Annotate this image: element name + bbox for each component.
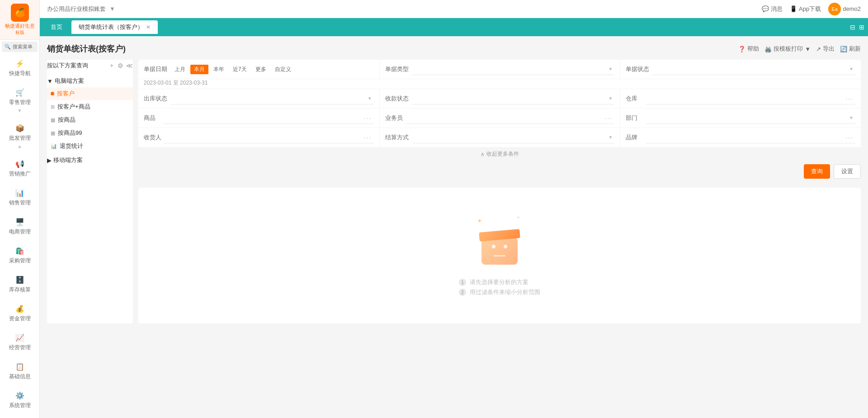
active-indicator [51, 92, 54, 95]
step-1-text: 请先选择要分析的方案 [470, 278, 528, 286]
refresh-button[interactable]: 🔄 刷新 [840, 45, 861, 53]
message-button[interactable]: 💬 消息 [762, 5, 783, 13]
scheme-settings-icon[interactable]: ⚙ [118, 62, 123, 69]
user-menu[interactable]: Ea demo2 [828, 3, 861, 15]
brand-input[interactable]: ··· [646, 132, 855, 143]
scheme-panel-header: 按以下方案查询 ＋ ⚙ ≪ [47, 60, 133, 73]
sidebar-item-sales[interactable]: 📊 销售管理 [0, 183, 39, 212]
salesman-dots: ··· [605, 114, 613, 122]
tab-close-button[interactable]: ✕ [146, 24, 151, 30]
search-icon: 🔍 [5, 44, 11, 50]
print-icon: 🖨️ [764, 46, 772, 52]
message-icon: 💬 [762, 5, 769, 12]
payment-input[interactable]: ▼ [412, 132, 615, 143]
query-button[interactable]: 查询 [804, 164, 830, 179]
scheme-group-desktop-title[interactable]: ▼ 电脑端方案 [47, 75, 133, 87]
recipient-label: 收货人 [144, 133, 162, 142]
refresh-icon: 🔄 [840, 46, 847, 52]
date-btn-this-month[interactable]: 本月 [190, 65, 208, 74]
logo-icon: 🍊 [11, 4, 29, 22]
export-icon: ↗ [816, 46, 821, 52]
scheme-item-by-goods[interactable]: ▦ 按商品 [47, 114, 133, 126]
salesman-input[interactable]: ··· [405, 112, 615, 124]
scheme-item-by-customer-goods[interactable]: ⊞ 按客户+商品 [47, 100, 133, 113]
filter-cell-status: 单据状态 ▼ [620, 60, 861, 79]
recipient-input[interactable]: ··· [164, 132, 374, 143]
wholesale-label: 批发管理 [9, 134, 31, 142]
logo-subtitle: 标版 [15, 29, 24, 36]
department-label: 部门 [626, 114, 644, 122]
date-btn-7days[interactable]: 近7天 [229, 65, 250, 74]
sidebar-item-quicknav[interactable]: ⚡ 快捷导航 [0, 54, 39, 83]
date-btn-more[interactable]: 更多 [252, 65, 270, 74]
sidebar-item-operations[interactable]: 📈 经营管理 [0, 328, 39, 357]
receipt-status-label: 收款状态 [385, 95, 410, 103]
status-input[interactable]: ▼ [652, 63, 855, 75]
empty-illustration: ✦ ✦ [472, 215, 527, 269]
search-menu-item[interactable]: 🔍 搜索菜单 [2, 42, 38, 52]
sidebar-item-enterprise[interactable]: 🏢 企业协同 [0, 415, 39, 418]
date-btn-custom[interactable]: 自定义 [271, 65, 295, 74]
goods-input[interactable]: ··· [164, 112, 374, 124]
sidebar-item-finance[interactable]: 💰 资金管理 [0, 299, 39, 328]
quicknav-icon: ⚡ [15, 59, 24, 68]
sidebar-item-basics[interactable]: 📋 基础信息 [0, 357, 39, 386]
salesman-label: 业务员 [385, 114, 403, 122]
scheme-item-refund[interactable]: 📊 退货统计 [47, 140, 133, 152]
app-download-button[interactable]: 📱 App下载 [790, 5, 821, 13]
status-dropdown-icon: ▼ [849, 66, 854, 71]
page-title: 销货单统计表(按客户) [47, 43, 126, 54]
date-btn-this-year[interactable]: 本年 [210, 65, 228, 74]
sidebar-item-purchase[interactable]: 🛍️ 采购管理 [0, 241, 39, 270]
sidebar-item-wholesale[interactable]: 📦 批发管理 ▲ [0, 119, 39, 154]
operations-icon: 📈 [15, 333, 24, 342]
page-header: 销货单统计表(按客户) ❓ 帮助 🖨️ 按模板打印 ▼ ↗ 导出 🔄 刷新 [47, 43, 861, 54]
scheme-item-by-customer[interactable]: 按客户 [47, 87, 133, 100]
brand-label: 品牌 [626, 133, 644, 142]
search-menu-label: 搜索菜单 [13, 43, 33, 50]
tab-sales-stat[interactable]: 销货单统计表（按客户） ✕ [71, 20, 158, 34]
tab-minimize-icon[interactable]: ⊟ [850, 24, 855, 31]
user-avatar: Ea [828, 3, 841, 15]
sidebar-item-inventory[interactable]: 🗄️ 库存核算 [0, 270, 39, 299]
collapse-bar[interactable]: ∧ 收起更多条件 [138, 147, 861, 161]
scheme-item-by-goods99[interactable]: ▦ 按商品99 [47, 127, 133, 139]
scheme-panel-title: 按以下方案查询 [47, 62, 88, 70]
receipt-status-input[interactable]: ▼ [412, 93, 615, 104]
tab-home[interactable]: 首页 [43, 20, 70, 34]
out-status-input[interactable]: ▼ [170, 93, 374, 104]
scheme-group-mobile-title[interactable]: ▶ 移动端方案 [47, 154, 133, 166]
scheme-item-label: 按商品99 [58, 129, 82, 137]
scheme-add-button[interactable]: ＋ [108, 62, 115, 70]
filter-cell-department: 部门 ▼ [620, 109, 861, 128]
filter-cell-warehouse: 仓库 ··· [620, 89, 861, 109]
sidebar-item-ecommerce[interactable]: 🖥️ 电商管理 [0, 212, 39, 241]
export-button[interactable]: ↗ 导出 [816, 45, 835, 53]
finance-label: 资金管理 [9, 315, 31, 323]
sidebar-item-retail[interactable]: 🛒 零售管理 ▼ [0, 83, 39, 119]
tab-maximize-icon[interactable]: ⊞ [859, 24, 864, 31]
sidebar-item-system[interactable]: ⚙️ 系统管理 [0, 386, 39, 415]
print-button[interactable]: 🖨️ 按模板打印 ▼ [764, 45, 811, 53]
settings-button[interactable]: 设置 [834, 164, 861, 179]
warehouse-input[interactable]: ··· [646, 93, 855, 104]
help-button[interactable]: ❓ 帮助 [738, 45, 759, 53]
scheme-panel: 按以下方案查询 ＋ ⚙ ≪ ▼ 电脑端方案 按客户 [47, 60, 133, 323]
scheme-collapse-icon[interactable]: ≪ [126, 62, 133, 69]
help-icon: ❓ [738, 46, 745, 52]
warehouse-label: 仓库 [626, 95, 644, 103]
date-btn-last-month[interactable]: 上月 [171, 65, 189, 74]
sidebar-item-marketing[interactable]: 📢 营销推广 [0, 154, 39, 183]
type-input[interactable]: ▼ [412, 63, 615, 75]
brand-dots: ··· [845, 134, 854, 141]
table-icon: ▦ [51, 117, 55, 123]
filter-cell-salesman: 业务员 ··· [379, 109, 620, 128]
basics-label: 基础信息 [9, 373, 31, 380]
department-input[interactable]: ▼ [646, 112, 855, 124]
payment-label: 结算方式 [385, 133, 410, 142]
filter-cell-type: 单据类型 ▼ [379, 60, 620, 79]
workspace-dropdown-icon[interactable]: ▼ [109, 5, 115, 12]
collapse-up-icon: ∧ [481, 151, 485, 157]
type-dropdown-icon: ▼ [608, 66, 613, 71]
header-right: 💬 消息 📱 App下载 Ea demo2 [762, 3, 861, 15]
